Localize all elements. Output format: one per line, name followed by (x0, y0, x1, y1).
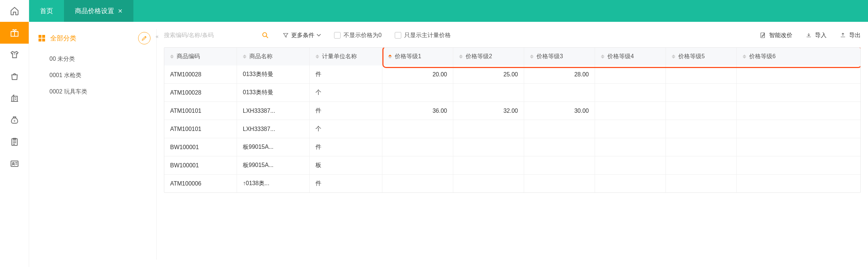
cell-p3[interactable]: 28.00 (524, 65, 595, 83)
table-row[interactable]: ATM1000280133奥特曼件20.0025.0028.00 (164, 65, 860, 83)
cell-p3[interactable] (524, 175, 595, 192)
nav-bag[interactable] (0, 65, 29, 87)
cell-p5[interactable] (666, 156, 737, 174)
cell-p6[interactable] (737, 65, 808, 83)
table-row[interactable]: BW100001板99015A...板 (164, 156, 860, 174)
tab-price-settings[interactable]: 商品价格设置 ✕ (64, 0, 133, 22)
search-icon[interactable] (261, 31, 269, 39)
svg-text:$: $ (14, 52, 15, 55)
price-table: 商品编码商品名称计量单位名称价格等级1价格等级2价格等级3价格等级4价格等级5价… (164, 47, 861, 193)
nav-shirt[interactable]: $ (0, 44, 29, 65)
cell-p3[interactable] (524, 138, 595, 156)
column-header-name[interactable]: 商品名称 (237, 48, 310, 65)
cell-p2[interactable]: 25.00 (453, 65, 524, 83)
import-button[interactable]: 导入 (805, 32, 827, 39)
cell-p5[interactable] (666, 120, 737, 138)
svg-rect-4 (11, 161, 18, 166)
table-body: ATM1000280133奥特曼件20.0025.0028.00ATM10002… (164, 65, 860, 192)
table-row[interactable]: ATM100006↑0138奥...件 (164, 174, 860, 192)
category-item[interactable]: 0001 水枪类 (49, 67, 153, 84)
cell-p6[interactable] (737, 84, 808, 101)
only-main-unit-checkbox[interactable]: 只显示主计量价格 (395, 32, 451, 39)
export-button[interactable]: 导出 (840, 32, 861, 39)
cell-p1[interactable]: 36.00 (382, 102, 453, 120)
column-header-code[interactable]: 商品编码 (164, 48, 237, 65)
search-input[interactable] (164, 32, 256, 39)
cell-p1[interactable] (382, 84, 453, 101)
cell-p5[interactable] (666, 138, 737, 156)
sort-icon (388, 55, 392, 59)
cell-p4[interactable] (595, 175, 666, 192)
nav-products[interactable] (0, 22, 29, 44)
cell-p1[interactable] (382, 120, 453, 138)
more-conditions-button[interactable]: 更多条件 (282, 32, 321, 39)
nav-contact[interactable] (0, 153, 29, 175)
cell-p3[interactable]: 30.00 (524, 102, 595, 120)
nav-money[interactable]: ¥ (0, 109, 29, 131)
tab-home[interactable]: 首页 (29, 0, 64, 22)
category-item[interactable]: 00 未分类 (49, 51, 153, 67)
cell-p1[interactable]: 20.00 (382, 65, 453, 83)
nav-building[interactable] (0, 87, 29, 109)
cell-p2[interactable] (453, 84, 524, 101)
cell-p5[interactable] (666, 175, 737, 192)
category-item[interactable]: 0002 玩具车类 (49, 84, 153, 100)
cell-p6[interactable] (737, 156, 808, 174)
sort-icon (601, 55, 604, 59)
cell-name: ↑0138奥... (237, 175, 310, 192)
cell-code: BW100001 (164, 138, 237, 156)
cell-p5[interactable] (666, 65, 737, 83)
table-row[interactable]: BW100001板99015A...件 (164, 138, 860, 156)
shirt-icon: $ (10, 50, 19, 59)
cell-p6[interactable] (737, 102, 808, 120)
close-icon[interactable]: ✕ (118, 8, 122, 15)
import-icon (805, 32, 812, 39)
column-header-p5[interactable]: 价格等级5 (666, 48, 737, 65)
cell-p2[interactable] (453, 138, 524, 156)
cell-p5[interactable] (666, 84, 737, 101)
column-header-unit[interactable]: 计量单位名称 (310, 48, 382, 65)
cell-p4[interactable] (595, 84, 666, 101)
nav-home[interactable] (0, 0, 29, 22)
column-header-p4[interactable]: 价格等级4 (595, 48, 666, 65)
cell-p4[interactable] (595, 156, 666, 174)
column-label: 价格等级3 (537, 53, 563, 60)
edit-categories-button[interactable] (138, 32, 150, 44)
cell-code: BW100001 (164, 156, 237, 174)
cell-code: ATM100101 (164, 102, 237, 120)
cell-p3[interactable] (524, 120, 595, 138)
cell-p3[interactable] (524, 84, 595, 101)
cell-p2[interactable] (453, 120, 524, 138)
grid-icon (39, 35, 45, 41)
smart-reprice-button[interactable]: 智能改价 (760, 32, 792, 39)
cell-p6[interactable] (737, 175, 808, 192)
cell-p3[interactable] (524, 156, 595, 174)
sort-icon (243, 55, 246, 59)
hide-zero-price-checkbox[interactable]: 不显示价格为0 (334, 32, 382, 39)
cell-p6[interactable] (737, 120, 808, 138)
cell-p1[interactable] (382, 138, 453, 156)
nav-clipboard[interactable] (0, 131, 29, 153)
cell-p5[interactable] (666, 102, 737, 120)
category-header[interactable]: 全部分类 (36, 29, 153, 51)
table-row[interactable]: ATM1000280133奥特曼个 (164, 83, 860, 101)
cell-p4[interactable] (595, 102, 666, 120)
cell-p2[interactable] (453, 175, 524, 192)
column-header-p3[interactable]: 价格等级3 (524, 48, 595, 65)
cell-p1[interactable] (382, 156, 453, 174)
column-header-p2[interactable]: 价格等级2 (453, 48, 524, 65)
column-header-p1[interactable]: 价格等级1 (382, 48, 453, 65)
table-row[interactable]: ATM100101LXH33387...件36.0032.0030.00 (164, 101, 860, 120)
cell-p2[interactable]: 32.00 (453, 102, 524, 120)
cell-p4[interactable] (595, 138, 666, 156)
table-row[interactable]: ATM100101LXH33387...个 (164, 120, 860, 138)
cell-code: ATM100028 (164, 84, 237, 101)
cell-p4[interactable] (595, 65, 666, 83)
cell-p1[interactable] (382, 175, 453, 192)
cell-p4[interactable] (595, 120, 666, 138)
column-header-p6[interactable]: 价格等级6 (737, 48, 808, 65)
nav-rail: $ ¥ (0, 0, 29, 267)
cell-p2[interactable] (453, 156, 524, 174)
collapse-panel-button[interactable]: « (156, 33, 158, 39)
cell-p6[interactable] (737, 138, 808, 156)
